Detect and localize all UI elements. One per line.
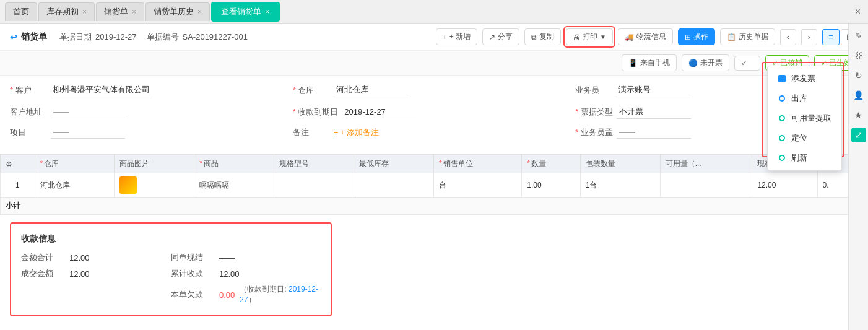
project-field: 项目 ——	[10, 126, 293, 139]
menu-out-stock[interactable]: 出库	[768, 89, 841, 108]
product-table: ⚙ *仓库 商品图片 *商品 规格型号 最低库存 *销售单位 *数量 包装数量 …	[0, 154, 868, 215]
col-settings: ⚙	[1, 155, 35, 173]
amount-total-item: 金额合计 12.00	[21, 252, 171, 263]
ticket-type-label: 票据类型	[575, 106, 613, 118]
warehouse-field: 仓库 河北仓库	[293, 83, 576, 97]
tab-inventory-label: 库存期初	[46, 6, 79, 17]
row-warehouse: 河北仓库	[35, 173, 115, 198]
salesman-value: ——	[617, 126, 691, 139]
tab-view-close[interactable]: ×	[265, 7, 270, 16]
transaction-value: 12.00	[69, 269, 90, 279]
amount-total-value: 12.00	[69, 253, 90, 263]
row-stock: 12.00	[752, 173, 817, 198]
menu-add-invoice[interactable]: 添发票	[768, 69, 841, 89]
window-close-btn[interactable]: ×	[853, 4, 863, 20]
add-invoice-label: 添发票	[791, 73, 815, 84]
main-content: ↩ 销货单 单据日期 2019-12-27 单据编号 SA-20191227-0…	[0, 24, 868, 330]
right-expand-btn[interactable]: ⤢	[851, 128, 866, 142]
col-spec: 规格型号	[274, 155, 354, 173]
tab-bar: 首页 库存期初 × 销货单 × 销货单历史 × 查看销货单 × ×	[0, 0, 868, 24]
due-date-note: 2019-12-27	[240, 285, 318, 304]
right-star-btn[interactable]: ★	[851, 108, 866, 123]
right-link-btn[interactable]: ⛓	[851, 48, 866, 63]
confirm-btn[interactable]: ✓	[734, 56, 760, 71]
tab-home[interactable]: 首页	[5, 2, 37, 21]
doc-date-item: 单据日期 2019-12-27	[59, 32, 137, 43]
staff-label: 业务员	[575, 85, 612, 96]
current-due-item: 本单欠款 0.00 （收款到期日: 2019-12-27）	[171, 284, 321, 305]
current-due-label: 本单欠款	[171, 289, 214, 300]
form-area: 客户 柳州粤港平安气体有限公司 仓库 河北仓库 业务员 演示账号 客户地址 ——	[0, 76, 868, 154]
prev-record-btn[interactable]: ‹	[780, 29, 796, 45]
cumulative-value: 12.00	[219, 269, 240, 279]
doc-actions: + + 新增 ↗ 分享 ⧉ 复制 🖨 打印 ▼	[436, 28, 858, 45]
copy-icon: ⧉	[531, 33, 537, 41]
history-label: 历史单据	[739, 32, 768, 42]
tab-inventory-close[interactable]: ×	[82, 7, 87, 16]
table-header-row: ⚙ *仓库 商品图片 *商品 规格型号 最低库存 *销售单位 *数量 包装数量 …	[1, 155, 868, 173]
doc-number-label: 单据编号	[147, 32, 179, 43]
tab-view-sales[interactable]: 查看销货单 ×	[211, 2, 280, 22]
tab-sales-history[interactable]: 销货单历史 ×	[145, 2, 210, 21]
due-date-field: 收款到期日 2019-12-27	[293, 106, 576, 118]
add-note-btn[interactable]: + + 添加备注	[334, 127, 380, 138]
payment-box: 收款信息 金额合计 12.00 同单现结 —— 成交金额 12.00 累计收款 …	[10, 222, 332, 316]
right-panel: ✎ ⛓ ↻ 👤 ★ ⤢	[848, 24, 868, 330]
tab-inventory-init[interactable]: 库存期初 ×	[38, 2, 95, 21]
history-button[interactable]: 📋 历史单据	[720, 28, 775, 45]
col-product-img: 商品图片	[115, 155, 194, 173]
ticket-icon: 🔵	[688, 59, 698, 67]
doc-number-value: SA-20191227-001	[183, 32, 248, 41]
logistics-label: 物流信息	[636, 32, 666, 42]
staff-value: 演示账号	[616, 83, 690, 97]
next-record-btn[interactable]: ›	[801, 29, 817, 45]
col-available: 可用量（...	[660, 155, 752, 173]
tab-sales-order[interactable]: 销货单 ×	[96, 2, 144, 21]
col-pack-qty: 包装数量	[580, 155, 660, 173]
amount-total-label: 金额合计	[21, 252, 64, 263]
table-row: 1 河北仓库 嗝嗝嗝嗝 台 1.00 1台 12.00 0.	[1, 173, 868, 198]
print-button[interactable]: 🖨 打印 ▼	[566, 28, 613, 45]
due-date-label: 收款到期日	[293, 106, 339, 118]
row-product-img	[115, 173, 194, 198]
menu-refresh[interactable]: 刷新	[768, 148, 841, 168]
form-row-1: 客户 柳州粤港平安气体有限公司 仓库 河北仓库 业务员 演示账号	[10, 83, 858, 97]
add-invoice-icon	[778, 74, 786, 83]
form-row-2: 客户地址 —— 收款到期日 2019-12-27 票据类型 不开票	[10, 105, 858, 119]
current-due-value: 0.00	[219, 290, 235, 300]
col-product: *商品	[194, 155, 274, 173]
product-table-wrap: ⚙ *仓库 商品图片 *商品 规格型号 最低库存 *销售单位 *数量 包装数量 …	[0, 154, 868, 215]
add-label: + 新增	[449, 32, 471, 42]
add-button[interactable]: + + 新增	[436, 28, 477, 45]
doc-meta: 单据日期 2019-12-27 单据编号 SA-20191227-001	[59, 32, 248, 43]
logistics-button[interactable]: 🚚 物流信息	[618, 28, 673, 45]
due-date-value: 2019-12-27	[342, 106, 416, 118]
tab-view-label: 查看销货单	[221, 6, 261, 17]
menu-locate[interactable]: 定位	[768, 128, 841, 148]
project-label: 项目	[10, 127, 47, 138]
print-icon: 🖨	[573, 33, 580, 41]
tab-sales-label: 销货单	[104, 6, 128, 17]
operation-button[interactable]: ⊞ 操作	[678, 28, 715, 45]
not-open-btn[interactable]: 🔵 未开票	[682, 54, 729, 71]
row-min-stock	[354, 173, 434, 198]
address-value: ——	[51, 106, 125, 118]
tab-sales-close[interactable]: ×	[132, 7, 136, 16]
share-button[interactable]: ↗ 分享	[482, 28, 519, 45]
doc-header: ↩ 销货单 单据日期 2019-12-27 单据编号 SA-20191227-0…	[0, 24, 868, 51]
right-refresh-btn[interactable]: ↻	[851, 68, 866, 83]
menu-available-pick[interactable]: 可用量提取	[768, 108, 841, 128]
address-label: 客户地址	[10, 106, 47, 118]
locate-icon	[778, 134, 786, 142]
right-edit-btn[interactable]: ✎	[851, 28, 866, 43]
available-pick-icon	[778, 114, 786, 123]
tab-history-close[interactable]: ×	[197, 7, 202, 16]
same-order-label: 同单现结	[171, 252, 214, 263]
available-pick-label: 可用量提取	[791, 113, 831, 124]
list-view-btn[interactable]: ≡	[822, 29, 840, 45]
doc-type-icon: ↩	[10, 32, 17, 42]
right-person-btn[interactable]: 👤	[851, 88, 866, 103]
customer-field: 客户 柳州粤港平安气体有限公司	[10, 83, 293, 97]
copy-button[interactable]: ⧉ 复制	[524, 28, 561, 45]
from-phone-btn[interactable]: 📱 来自手机	[622, 54, 677, 71]
